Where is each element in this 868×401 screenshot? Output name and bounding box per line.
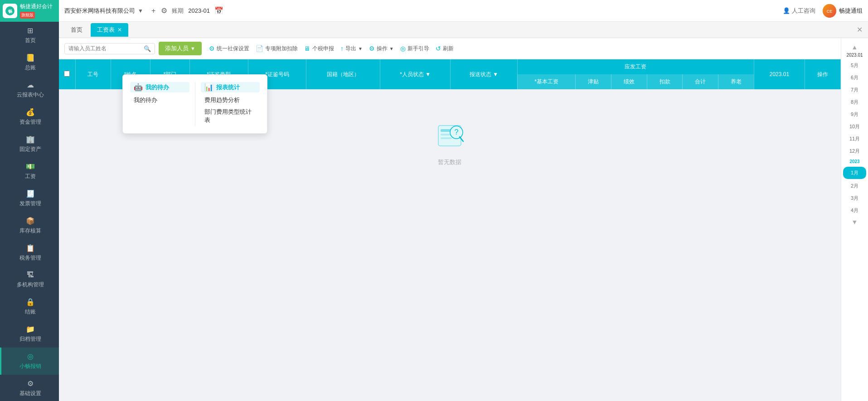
- tab-home[interactable]: 首页: [64, 23, 89, 37]
- sidebar-item-salary[interactable]: 💵 工资: [0, 158, 59, 185]
- sidebar-item-multi-org[interactable]: 🏗 多机构管理: [0, 266, 59, 293]
- timeline-jan-2023[interactable]: 1月: [843, 167, 866, 179]
- svg-text:?: ?: [455, 128, 459, 136]
- operations-btn[interactable]: ⚙ 操作 ▼: [369, 45, 394, 53]
- popup-item-pending[interactable]: 我的待办: [130, 94, 189, 106]
- export-icon: ↑: [340, 45, 344, 52]
- tab-close-icon[interactable]: ✕: [117, 27, 122, 33]
- timeline-feb-2023[interactable]: 2月: [841, 180, 868, 192]
- settings-button[interactable]: ⚙: [161, 6, 167, 15]
- social-insurance-btn[interactable]: ⚙ 统一社保设置: [209, 45, 249, 53]
- search-box[interactable]: 🔍: [64, 43, 155, 54]
- ledger-icon: 📒: [26, 53, 35, 62]
- company-dropdown-icon: ▼: [138, 8, 143, 14]
- tab-salary[interactable]: 工资表 ✕: [91, 23, 128, 37]
- fixed-asset-icon: 🏢: [26, 135, 35, 144]
- timeline-mar-2023[interactable]: 3月: [841, 192, 868, 204]
- company-name: 西安虾米网络科技有限公司: [64, 7, 135, 15]
- user-name: 畅捷通组: [839, 7, 863, 15]
- tax-report-btn[interactable]: 🖥 个税申报: [304, 45, 334, 53]
- sidebar-item-ledger[interactable]: 📒 总账: [0, 49, 59, 76]
- timeline-may[interactable]: 5月: [841, 59, 868, 72]
- popup-col-2: 📊 报表统计 费用趋势分析 部门费用类型统计表: [201, 82, 260, 126]
- timeline-oct[interactable]: 10月: [841, 121, 868, 133]
- inventory-icon: 📦: [26, 217, 35, 225]
- calendar-icon[interactable]: 📅: [214, 6, 223, 15]
- settings-icon: ⚙: [27, 379, 34, 388]
- sidebar-item-inventory[interactable]: 📦 库存核算: [0, 212, 59, 239]
- popup-section1-icon: 🤖: [134, 83, 143, 92]
- empty-state-icon: ?: [432, 116, 468, 153]
- timeline-apr-2023[interactable]: 4月: [841, 204, 868, 217]
- timeline-dec[interactable]: 12月: [841, 145, 868, 157]
- special-deduct-icon: 📄: [256, 45, 263, 52]
- report-status-filter-icon[interactable]: ▼: [493, 71, 498, 77]
- period-header-label: 2023.01: [770, 71, 789, 77]
- sidebar-item-tax[interactable]: 📋 税务管理: [0, 239, 59, 266]
- popup-item-cost-trend[interactable]: 费用趋势分析: [201, 94, 260, 106]
- timeline-nov[interactable]: 11月: [841, 133, 868, 145]
- sidebar-item-basic-settings[interactable]: ⚙ 基础设置: [0, 375, 59, 401]
- th-period: 2023.01: [754, 59, 805, 89]
- th-allowance: 津贴: [576, 74, 611, 89]
- service-label: 人工咨询: [792, 7, 815, 15]
- tax-report-icon: 🖥: [304, 45, 310, 52]
- special-deduct-label: 专项附加扣除: [265, 45, 298, 53]
- content-area: 🔍 添加人员 ▼ ⚙ 统一社保设置 📄 专项附加扣除: [59, 38, 868, 401]
- user-info[interactable]: CE 畅捷通组: [823, 4, 863, 18]
- person-status-filter-icon[interactable]: ▼: [425, 71, 431, 77]
- main-content: 西安虾米网络科技有限公司 ▼ + ⚙ 账期 2023-01 📅 👤 人工咨询: [59, 0, 868, 401]
- timeline-jul[interactable]: 7月: [841, 84, 868, 96]
- operations-label: 操作: [377, 45, 388, 53]
- social-insurance-icon: ⚙: [209, 45, 215, 52]
- sidebar-item-fixed-asset[interactable]: 🏢 固定资产: [0, 130, 59, 158]
- popup-item-dept-cost[interactable]: 部门费用类型统计表: [201, 106, 260, 126]
- add-company-button[interactable]: +: [151, 7, 155, 15]
- tabs-close-all-icon[interactable]: ✕: [857, 25, 863, 34]
- timeline-nav-up[interactable]: ▲: [850, 42, 860, 53]
- person-status-label: *人员状态: [400, 71, 424, 77]
- sidebar-label-inventory: 库存核算: [19, 227, 41, 235]
- select-all-checkbox[interactable]: [64, 71, 70, 77]
- timeline-jun[interactable]: 6月: [841, 72, 868, 84]
- th-base-salary: *基本工资: [517, 74, 576, 89]
- sidebar-label-close: 结账: [25, 308, 36, 316]
- sidebar-label-ledger: 总账: [25, 64, 36, 72]
- toolbar-actions: ⚙ 统一社保设置 📄 专项附加扣除 🖥 个税申报 ↑ 导出 ▼: [209, 45, 454, 53]
- timeline-aug[interactable]: 8月: [841, 96, 868, 108]
- sidebar-item-home[interactable]: ⊞ 首页: [0, 22, 59, 49]
- home-icon: ⊞: [27, 26, 33, 35]
- sidebar-item-xiaochang[interactable]: ◎ 小畅报销: [0, 348, 59, 375]
- timeline-sep[interactable]: 9月: [841, 108, 868, 121]
- service-button[interactable]: 👤 人工咨询: [783, 7, 815, 15]
- sidebar-item-archive[interactable]: 📁 归档管理: [0, 320, 59, 348]
- th-operations: 操作: [805, 59, 841, 89]
- export-btn[interactable]: ↑ 导出 ▼: [340, 45, 363, 53]
- sidebar-item-invoice[interactable]: 🧾 发票管理: [0, 185, 59, 212]
- new-guide-btn[interactable]: ◎ 新手引导: [400, 45, 429, 53]
- social-insurance-label: 统一社保设置: [217, 45, 249, 53]
- sidebar-item-close[interactable]: 🔒 结账: [0, 293, 59, 320]
- popup-divider: [195, 82, 195, 126]
- th-nationality: 国籍（地区）: [306, 59, 380, 89]
- export-arrow-icon: ▼: [358, 46, 363, 51]
- export-label: 导出: [345, 45, 356, 53]
- sidebar-item-fund[interactable]: 💰 资金管理: [0, 103, 59, 130]
- special-deduct-btn[interactable]: 📄 专项附加扣除: [256, 45, 298, 53]
- sidebar-label-xiaochang: 小畅报销: [19, 362, 41, 370]
- sidebar-item-cloud-report[interactable]: ☁ 云报表中心: [0, 76, 59, 103]
- svg-text:CE: CE: [827, 9, 833, 14]
- th-bonus: 绩效: [611, 74, 647, 89]
- search-input[interactable]: [68, 45, 141, 52]
- sidebar-label-fixed-asset: 固定资产: [19, 145, 41, 153]
- refresh-btn[interactable]: ↺ 刷新: [436, 45, 454, 53]
- popup-section1-label: 我的待办: [145, 83, 169, 92]
- add-person-button[interactable]: 添加人员 ▼: [159, 42, 202, 55]
- timeline-nav-down[interactable]: ▼: [850, 217, 860, 227]
- sidebar-label-settings: 基础设置: [19, 390, 41, 397]
- sidebar-label-invoice: 发票管理: [19, 200, 41, 208]
- search-icon: 🔍: [144, 45, 151, 52]
- tax-report-label: 个税申报: [312, 45, 334, 53]
- popup-section2-title: 📊 报表统计: [201, 82, 260, 92]
- company-selector[interactable]: 西安虾米网络科技有限公司 ▼: [64, 7, 143, 15]
